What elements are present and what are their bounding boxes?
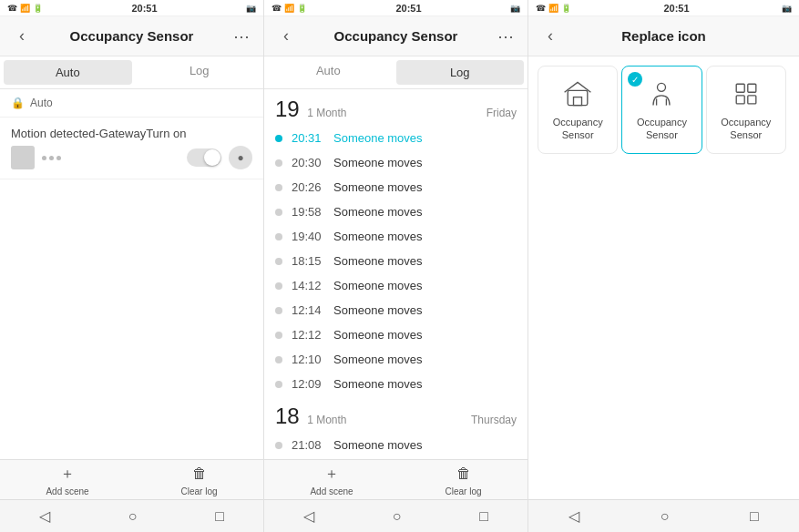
icon-cell-1[interactable]: Occupancy Sensor bbox=[538, 66, 618, 154]
svg-rect-8 bbox=[748, 96, 756, 104]
log-desc-1815: Someone moves bbox=[333, 254, 423, 268]
dots-row bbox=[42, 156, 179, 160]
log-time-1214: 12:14 bbox=[292, 303, 324, 317]
log-desc-1940: Someone moves bbox=[333, 230, 423, 243]
more-button-left[interactable]: ⋯ bbox=[229, 24, 254, 49]
log-entry-1209: 12:09 Someone moves bbox=[264, 372, 528, 396]
log-dot-2026 bbox=[275, 184, 282, 191]
log-time-1412: 14:12 bbox=[292, 279, 324, 292]
log-month-19: 1 Month bbox=[307, 107, 346, 119]
log-dot-1212 bbox=[275, 332, 282, 339]
panel-title-middle: Occupancy Sensor bbox=[299, 28, 493, 44]
log-time-2030: 20:30 bbox=[292, 156, 324, 169]
add-scene-button-left[interactable]: ＋ Add scene bbox=[35, 459, 99, 500]
back-button-left[interactable]: ‹ bbox=[9, 24, 35, 49]
trash-icon-middle: 🗑 bbox=[453, 463, 475, 485]
clear-log-label-middle: Clear log bbox=[446, 486, 482, 496]
status-time-left: 20:51 bbox=[131, 3, 157, 14]
log-entry-1214: 12:14 Someone moves bbox=[264, 298, 528, 322]
status-icons-right: ☎ 📶 🔋 bbox=[536, 4, 571, 13]
status-icons-middle: ☎ 📶 🔋 bbox=[271, 4, 307, 13]
log-entry-1815: 18:15 Someone moves bbox=[264, 249, 528, 273]
log-dot-1412 bbox=[275, 282, 282, 290]
log-time-1212: 12:12 bbox=[292, 328, 324, 342]
replace-icon-title: Replace icon bbox=[563, 28, 764, 44]
circle-button[interactable]: ● bbox=[229, 146, 252, 169]
tab-log-middle[interactable]: Log bbox=[396, 60, 525, 85]
status-bar-left: ☎ 📶 🔋 20:51 📷 bbox=[0, 0, 263, 16]
svg-rect-1 bbox=[574, 97, 582, 106]
recents-android-right[interactable]: □ bbox=[750, 508, 759, 525]
svg-point-2 bbox=[658, 83, 666, 91]
recents-android-middle[interactable]: □ bbox=[479, 508, 488, 525]
home-android-left[interactable]: ○ bbox=[128, 508, 138, 525]
add-scene-button-middle[interactable]: ＋ Add scene bbox=[299, 459, 364, 500]
recents-android-left[interactable]: □ bbox=[215, 508, 224, 525]
log-time-1209: 12:09 bbox=[292, 377, 324, 391]
tab-log-left[interactable]: Log bbox=[136, 56, 264, 88]
replace-icon-header: ‹ Replace icon bbox=[528, 16, 799, 56]
log-dot-1815 bbox=[275, 258, 282, 265]
log-entry-2026: 20:26 Someone moves bbox=[264, 175, 528, 200]
log-entry-1210: 12:10 Someone moves bbox=[264, 347, 528, 372]
log-desc-2031: Someone moves bbox=[333, 131, 423, 145]
camera-icon-left: 📷 bbox=[246, 4, 256, 13]
icon-cell-2[interactable]: ✓ Occupancy Sensor bbox=[621, 66, 702, 154]
motion-controls: ● bbox=[11, 146, 252, 169]
log-desc-1210: Someone moves bbox=[333, 353, 423, 366]
log-day-19: 19 bbox=[275, 97, 300, 121]
house-icon bbox=[561, 77, 594, 110]
right-spacer bbox=[528, 163, 799, 499]
clear-log-label-left: Clear log bbox=[181, 486, 218, 496]
icon-cell-3[interactable]: Occupancy Sensor bbox=[706, 66, 786, 154]
log-desc-1209: Someone moves bbox=[333, 377, 423, 391]
log-month-18: 1 Month bbox=[307, 414, 346, 426]
more-button-middle[interactable]: ⋯ bbox=[493, 24, 518, 49]
icon-grid: Occupancy Sensor ✓ Occupancy Sensor bbox=[528, 56, 799, 163]
panel-content-middle: 19 1 Month Friday 20:31 Someone moves 20… bbox=[264, 89, 528, 459]
back-android-middle[interactable]: ◁ bbox=[303, 507, 314, 525]
back-android-right[interactable]: ◁ bbox=[569, 507, 579, 525]
log-time-2108: 21:08 bbox=[292, 438, 324, 452]
panel-title-left: Occupancy Sensor bbox=[35, 28, 229, 44]
clear-log-button-left[interactable]: 🗑 Clear log bbox=[170, 459, 229, 500]
log-dot-1940 bbox=[275, 233, 282, 240]
home-android-right[interactable]: ○ bbox=[661, 508, 670, 525]
log-dot-1209 bbox=[275, 381, 282, 388]
log-day-18: 18 bbox=[275, 404, 300, 428]
log-entry-2108: 21:08 Someone moves bbox=[264, 433, 528, 457]
bottom-nav-middle: ＋ Add scene 🗑 Clear log bbox=[264, 459, 528, 499]
log-entry-1412: 14:12 Someone moves bbox=[264, 273, 528, 298]
log-desc-1212: Someone moves bbox=[333, 328, 423, 342]
check-badge: ✓ bbox=[628, 72, 642, 87]
camera-icon-middle: 📷 bbox=[510, 4, 520, 13]
motion-item: Motion detected-GatewayTurn on ● bbox=[0, 118, 263, 179]
back-android-left[interactable]: ◁ bbox=[39, 507, 50, 525]
log-desc-2026: Someone moves bbox=[333, 180, 423, 194]
back-button-right[interactable]: ‹ bbox=[538, 24, 563, 49]
back-button-middle[interactable]: ‹ bbox=[273, 24, 299, 49]
log-desc-2030: Someone moves bbox=[333, 156, 423, 169]
panel-content-left: 🔒 Auto Motion detected-GatewayTurn on bbox=[0, 89, 263, 459]
log-time-2026: 20:26 bbox=[292, 180, 324, 194]
toggle-switch[interactable] bbox=[187, 148, 221, 167]
log-dot-1214 bbox=[275, 307, 282, 314]
clear-log-button-middle[interactable]: 🗑 Clear log bbox=[435, 459, 493, 500]
home-android-middle[interactable]: ○ bbox=[393, 508, 402, 525]
log-entry-2030: 20:30 Someone moves bbox=[264, 150, 528, 175]
motion-text: Motion detected-GatewayTurn on bbox=[11, 127, 252, 140]
svg-rect-0 bbox=[568, 90, 588, 105]
tab-auto-middle[interactable]: Auto bbox=[264, 56, 393, 88]
icon-cell-label-3: Occupancy Sensor bbox=[711, 116, 782, 142]
log-dot-2030 bbox=[275, 159, 282, 167]
log-time-1958: 19:58 bbox=[292, 205, 324, 219]
device-icon bbox=[11, 146, 35, 169]
log-dot-2108 bbox=[275, 442, 282, 449]
add-icon-left: ＋ bbox=[56, 463, 78, 485]
toggle-knob bbox=[204, 149, 220, 166]
android-nav-right: ◁ ○ □ bbox=[528, 499, 799, 532]
status-bar-middle: ☎ 📶 🔋 20:51 📷 bbox=[264, 0, 528, 16]
log-time-1210: 12:10 bbox=[292, 353, 324, 366]
tab-auto-left[interactable]: Auto bbox=[4, 60, 132, 85]
add-icon-middle: ＋ bbox=[321, 463, 343, 485]
